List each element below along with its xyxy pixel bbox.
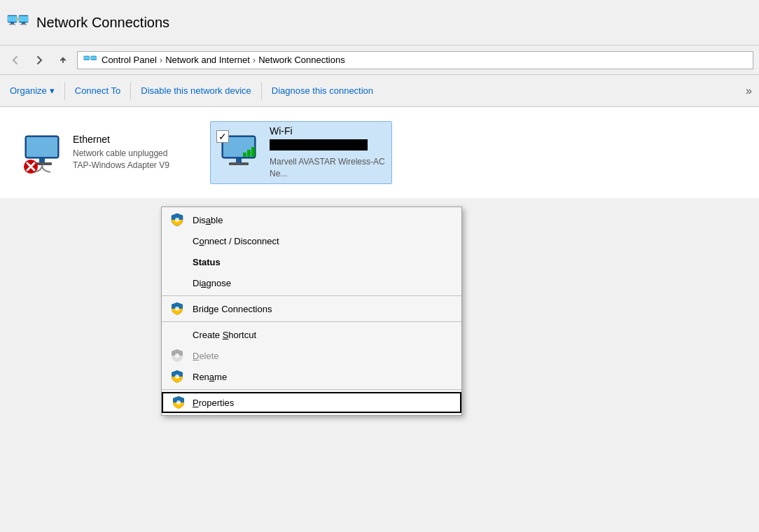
wifi-name: Wi-Fi: [270, 125, 386, 136]
context-status-label: Status: [193, 257, 221, 267]
svg-rect-5: [22, 22, 25, 24]
svg-rect-15: [27, 137, 57, 157]
path-part-3: Network Connections: [258, 55, 345, 65]
title-bar: Network Connections: [0, 0, 759, 46]
shield-icon-bridge: [170, 302, 184, 316]
context-properties-label: Properties: [193, 398, 234, 408]
shield-icon-disable: [170, 213, 184, 227]
address-path[interactable]: Control Panel › Network and Internet › N…: [77, 51, 753, 69]
context-menu-properties[interactable]: Properties: [162, 392, 461, 413]
svg-point-29: [175, 374, 179, 379]
context-menu-rename[interactable]: Rename: [162, 366, 461, 387]
ethernet-icon-wrapper: [20, 130, 64, 175]
wifi-ssid-redacted: [270, 139, 368, 150]
wifi-icon-wrapper: ✓: [216, 130, 261, 175]
context-bridge-label: Bridge Connections: [193, 304, 272, 314]
wifi-checkbox: ✓: [216, 130, 229, 143]
context-disable-label: Disable: [193, 215, 223, 225]
toolbar-more-button[interactable]: »: [739, 75, 759, 106]
path-part-2: Network and Internet: [165, 55, 250, 65]
wifi-item[interactable]: ✓ Wi-Fi Marvell AVASTAR Wireless-AC Ne..…: [210, 121, 392, 184]
window-title: Network Connections: [36, 15, 169, 31]
svg-rect-21: [236, 158, 242, 162]
address-bar: Control Panel › Network and Internet › N…: [0, 46, 759, 75]
svg-rect-6: [20, 24, 27, 25]
context-menu: Disable Connect / Disconnect Status Diag…: [161, 206, 462, 416]
toolbar: Organize ▾ Connect To Disable this netwo…: [0, 75, 759, 107]
svg-point-27: [175, 307, 179, 311]
context-rename-label: Rename: [193, 372, 227, 382]
diagnose-connection-button[interactable]: Diagnose this connection: [262, 75, 383, 106]
context-separator-2: [162, 321, 461, 322]
disable-device-button[interactable]: Disable this network device: [131, 75, 261, 106]
svg-rect-24: [247, 150, 251, 157]
context-connect-label: Connect / Disconnect: [193, 236, 279, 246]
svg-point-26: [175, 218, 179, 222]
svg-rect-23: [243, 153, 246, 157]
svg-point-28: [175, 354, 179, 358]
svg-rect-7: [19, 16, 28, 22]
context-separator-1: [162, 295, 461, 296]
up-button[interactable]: [53, 50, 73, 70]
wifi-status: Marvell AVASTAR Wireless-AC Ne...: [270, 139, 386, 179]
svg-rect-22: [229, 162, 249, 165]
ethernet-name: Ethernet: [73, 134, 190, 145]
context-menu-delete[interactable]: Delete: [162, 345, 461, 366]
svg-rect-1: [11, 22, 14, 24]
ethernet-icon: [20, 130, 64, 175]
ethernet-info: Ethernet Network cable unplugged TAP-Win…: [73, 134, 190, 172]
context-separator-3: [162, 389, 461, 390]
context-delete-label: Delete: [193, 351, 219, 361]
svg-rect-25: [251, 147, 255, 157]
context-diagnose-label: Diagnose: [193, 278, 231, 288]
context-menu-bridge[interactable]: Bridge Connections: [162, 298, 461, 319]
svg-rect-2: [9, 24, 15, 25]
main-content: Ethernet Network cable unplugged TAP-Win…: [0, 107, 759, 198]
forward-button[interactable]: [29, 50, 49, 70]
wifi-info: Wi-Fi Marvell AVASTAR Wireless-AC Ne...: [270, 125, 386, 179]
svg-rect-16: [39, 158, 45, 162]
svg-rect-12: [91, 56, 97, 59]
organize-button[interactable]: Organize ▾: [0, 75, 64, 106]
shield-icon-delete: [170, 349, 184, 363]
ethernet-status: Network cable unplugged TAP-Windows Adap…: [73, 148, 190, 172]
context-menu-shortcut[interactable]: Create Shortcut: [162, 324, 461, 345]
context-shortcut-label: Create Shortcut: [193, 330, 256, 340]
shield-icon-rename: [170, 370, 184, 384]
ethernet-item[interactable]: Ethernet Network cable unplugged TAP-Win…: [14, 121, 196, 184]
context-menu-connect[interactable]: Connect / Disconnect: [162, 230, 461, 251]
back-button[interactable]: [6, 50, 25, 70]
context-menu-status[interactable]: Status: [162, 251, 461, 272]
shield-icon-properties: [172, 396, 186, 410]
path-part-1: Control Panel: [102, 55, 157, 65]
context-menu-disable[interactable]: Disable: [162, 209, 461, 230]
context-menu-diagnose[interactable]: Diagnose: [162, 272, 461, 293]
svg-point-30: [176, 400, 181, 405]
window-icon: [7, 11, 29, 34]
svg-rect-3: [8, 16, 17, 22]
connect-to-button[interactable]: Connect To: [65, 75, 131, 106]
svg-rect-10: [84, 56, 90, 59]
